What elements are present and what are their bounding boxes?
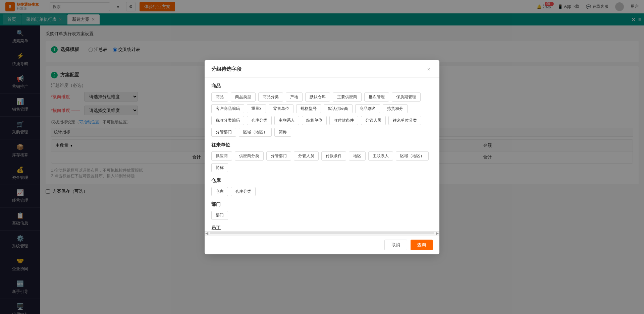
scroll-track — [210, 232, 434, 234]
field-group-warehouse: 仓库 仓库 仓库分类 — [211, 178, 433, 196]
field-group-dept-title: 部门 — [211, 201, 433, 207]
field-tag-product-16[interactable]: 仓库分类 — [247, 116, 272, 125]
field-group-staff: 员工 业务员 — [211, 225, 433, 231]
field-tag-product-1[interactable]: 商品类型 — [231, 92, 256, 102]
partner-field-tags: 供应商 供应商分类 分管部门 分管人员 付款条件 地区 主联系人 区域（地区） … — [211, 151, 433, 172]
field-tag-partner-8[interactable]: 简称 — [211, 163, 228, 172]
field-tag-product-5[interactable]: 主要供应商 — [333, 92, 362, 102]
modal-cancel-btn[interactable]: 取消 — [384, 240, 407, 250]
field-tag-product-17[interactable]: 主联系人 — [274, 116, 299, 125]
field-tag-dept-0[interactable]: 部门 — [211, 211, 228, 220]
field-tag-partner-1[interactable]: 供应商分类 — [235, 151, 264, 161]
field-tag-partner-5[interactable]: 地区 — [349, 151, 366, 161]
field-tag-product-7[interactable]: 保质期管理 — [392, 92, 421, 102]
modal-backdrop: 分组待选字段 × 商品 商品 商品类型 商品分类 产地 默认仓库 主要供应商 批… — [0, 0, 644, 314]
field-tag-product-4[interactable]: 默认仓库 — [305, 92, 330, 102]
field-tag-product-6[interactable]: 批次管理 — [364, 92, 389, 102]
field-tag-partner-7[interactable]: 区域（地区） — [396, 151, 429, 161]
field-tag-partner-3[interactable]: 分管人员 — [294, 151, 319, 161]
field-tag-product-23[interactable]: 区域（地区） — [239, 128, 272, 137]
modal-title: 分组待选字段 — [211, 66, 241, 72]
product-field-tags: 商品 商品类型 商品分类 产地 默认仓库 主要供应商 批次管理 保质期管理 客户… — [211, 92, 433, 137]
field-tag-product-8[interactable]: 客户商品编码 — [211, 104, 244, 113]
field-tag-partner-6[interactable]: 主联系人 — [368, 151, 393, 161]
field-tag-product-3[interactable]: 产地 — [286, 92, 303, 102]
field-tag-product-22[interactable]: 分管部门 — [211, 128, 236, 137]
field-tag-product-21[interactable]: 往来单位分类 — [388, 116, 421, 125]
field-tag-product-19[interactable]: 收付款条件 — [329, 116, 358, 125]
field-tag-product-0[interactable]: 商品 — [211, 92, 228, 102]
field-tag-product-9[interactable]: 重量3 — [247, 104, 266, 113]
modal-h-scrollbar[interactable]: ◀ ▶ — [205, 231, 439, 235]
field-group-warehouse-title: 仓库 — [211, 178, 433, 184]
field-tag-product-24[interactable]: 简称 — [274, 128, 291, 137]
field-tag-product-15[interactable]: 税收分类编码 — [211, 116, 244, 125]
field-group-partner: 往来单位 供应商 供应商分类 分管部门 分管人员 付款条件 地区 主联系人 区域… — [211, 142, 433, 172]
field-tag-warehouse-1[interactable]: 仓库分类 — [231, 187, 256, 196]
field-tag-product-2[interactable]: 商品分类 — [258, 92, 283, 102]
modal-body: 商品 商品 商品类型 商品分类 产地 默认仓库 主要供应商 批次管理 保质期管理… — [205, 78, 439, 231]
field-tag-product-20[interactable]: 分管人员 — [361, 116, 386, 125]
field-group-staff-title: 员工 — [211, 225, 433, 231]
modal-footer: 取消 查询 — [205, 235, 439, 254]
field-tag-product-13[interactable]: 商品别名 — [355, 104, 380, 113]
field-tag-product-10[interactable]: 零售单位 — [269, 104, 293, 113]
field-group-product: 商品 商品 商品类型 商品分类 产地 默认仓库 主要供应商 批次管理 保质期管理… — [211, 83, 433, 137]
field-tag-product-11[interactable]: 规格型号 — [296, 104, 321, 113]
warehouse-field-tags: 仓库 仓库分类 — [211, 187, 433, 196]
field-group-product-title: 商品 — [211, 83, 433, 89]
field-tag-partner-2[interactable]: 分管部门 — [266, 151, 291, 161]
field-tag-partner-4[interactable]: 付款条件 — [321, 151, 346, 161]
field-group-partner-title: 往来单位 — [211, 142, 433, 148]
dept-field-tags: 部门 — [211, 211, 433, 220]
field-tag-product-18[interactable]: 结算单位 — [302, 116, 327, 125]
field-select-modal: 分组待选字段 × 商品 商品 商品类型 商品分类 产地 默认仓库 主要供应商 批… — [205, 60, 439, 254]
modal-header: 分组待选字段 × — [205, 60, 439, 78]
field-tag-warehouse-0[interactable]: 仓库 — [211, 187, 228, 196]
field-tag-product-14[interactable]: 拣货积分 — [383, 104, 408, 113]
modal-confirm-btn[interactable]: 查询 — [411, 240, 433, 250]
field-tag-partner-0[interactable]: 供应商 — [211, 151, 232, 161]
field-tag-product-12[interactable]: 默认供应商 — [324, 104, 353, 113]
field-group-dept: 部门 部门 — [211, 201, 433, 220]
modal-close-btn[interactable]: × — [425, 65, 433, 73]
